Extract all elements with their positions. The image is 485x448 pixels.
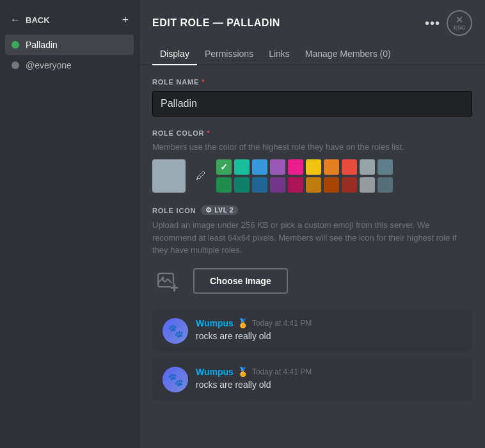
message-body-1: Wumpus 🏅 Today at 4:41 PM rocks are real… bbox=[196, 318, 312, 341]
add-role-button[interactable]: + bbox=[122, 14, 129, 26]
avatar-img-2: 🐾 bbox=[163, 367, 188, 392]
message-time-2: Today at 4:41 PM bbox=[252, 367, 312, 376]
content-area: ROLE NAME * ROLE COLOR * Members use the… bbox=[139, 65, 485, 448]
color-swatches bbox=[216, 159, 393, 193]
message-username-2: Wumpus bbox=[196, 367, 234, 377]
eyedropper-button[interactable]: 🖊 bbox=[192, 167, 210, 185]
avatar-1: 🐾 bbox=[163, 318, 188, 344]
role-icon-badge-1: 🏅 bbox=[237, 318, 248, 328]
message-username-1: Wumpus bbox=[196, 318, 234, 328]
everyone-label: @everyone bbox=[26, 60, 72, 70]
everyone-dot bbox=[12, 61, 19, 69]
icon-description: Upload an image under 256 KB or pick a c… bbox=[152, 219, 472, 257]
icon-upload-row: Choose Image bbox=[152, 266, 472, 296]
swatch-18[interactable] bbox=[360, 177, 375, 193]
message-text-2: rocks are really old bbox=[196, 380, 312, 390]
back-label: BACK bbox=[26, 15, 50, 25]
swatch-1[interactable] bbox=[234, 159, 250, 175]
header: EDIT ROLE — PALLADIN ••• ✕ ESC bbox=[139, 0, 485, 36]
swatch-12[interactable] bbox=[252, 177, 267, 193]
swatches-row-2 bbox=[216, 177, 393, 193]
role-color-label: ROLE COLOR * bbox=[152, 129, 472, 137]
role-name-input[interactable] bbox=[152, 91, 472, 116]
role-name-section: ROLE NAME * bbox=[152, 78, 472, 116]
message-header-2: Wumpus 🏅 Today at 4:41 PM bbox=[196, 367, 312, 377]
color-required-marker: * bbox=[207, 129, 210, 137]
tab-links[interactable]: Links bbox=[261, 44, 298, 65]
choose-image-button[interactable]: Choose Image bbox=[193, 268, 288, 294]
close-icon: ✕ bbox=[456, 15, 463, 24]
swatch-9[interactable] bbox=[378, 159, 393, 175]
palladin-dot bbox=[12, 41, 19, 49]
message-body-2: Wumpus 🏅 Today at 4:41 PM rocks are real… bbox=[196, 367, 312, 390]
role-icon-section: ROLE ICON ⚙ LVL 2 Upload an image under … bbox=[152, 205, 472, 296]
sidebar-item-everyone[interactable]: @everyone bbox=[5, 55, 134, 76]
swatch-8[interactable] bbox=[360, 159, 375, 175]
swatch-14[interactable] bbox=[288, 177, 303, 193]
required-marker: * bbox=[202, 78, 205, 86]
sidebar-item-palladin[interactable]: Palladin bbox=[5, 35, 134, 55]
palladin-label: Palladin bbox=[26, 40, 58, 50]
avatar-img-1: 🐾 bbox=[163, 318, 188, 344]
back-button[interactable]: ← BACK + bbox=[5, 10, 134, 29]
esc-label: ESC bbox=[454, 24, 466, 31]
swatch-11[interactable] bbox=[234, 177, 250, 193]
role-color-section: ROLE COLOR * Members use the color of th… bbox=[152, 129, 472, 193]
swatch-3[interactable] bbox=[270, 159, 285, 175]
tab-permissions[interactable]: Permissions bbox=[197, 44, 261, 65]
close-button[interactable]: ✕ ESC bbox=[447, 10, 472, 36]
role-icon-label: ROLE ICON ⚙ LVL 2 bbox=[152, 205, 472, 215]
page-title: EDIT ROLE — PALLADIN bbox=[152, 17, 280, 29]
tabs: Display Permissions Links Manage Members… bbox=[139, 36, 485, 65]
role-icon-badge-2: 🏅 bbox=[237, 367, 248, 377]
color-preview[interactable] bbox=[152, 159, 186, 193]
swatch-17[interactable] bbox=[342, 177, 357, 193]
message-time-1: Today at 4:41 PM bbox=[252, 319, 312, 328]
message-header-1: Wumpus 🏅 Today at 4:41 PM bbox=[196, 318, 312, 328]
role-name-label: ROLE NAME * bbox=[152, 78, 472, 86]
swatch-19[interactable] bbox=[378, 177, 393, 193]
preview-message-2: 🐾 Wumpus 🏅 Today at 4:41 PM rocks are re… bbox=[152, 358, 472, 401]
color-hint: Members use the color of the highest rol… bbox=[152, 142, 472, 152]
swatch-15[interactable] bbox=[306, 177, 321, 193]
swatch-6[interactable] bbox=[324, 159, 339, 175]
header-actions: ••• ✕ ESC bbox=[425, 10, 472, 36]
color-row: 🖊 bbox=[152, 159, 472, 193]
more-options-button[interactable]: ••• bbox=[425, 17, 440, 29]
tab-display[interactable]: Display bbox=[152, 44, 197, 65]
preview-message-1: 🐾 Wumpus 🏅 Today at 4:41 PM rocks are re… bbox=[152, 309, 472, 353]
message-text-1: rocks are really old bbox=[196, 331, 312, 341]
lvl-badge: ⚙ LVL 2 bbox=[201, 205, 238, 215]
upload-placeholder-icon bbox=[152, 266, 183, 296]
swatch-5[interactable] bbox=[306, 159, 321, 175]
swatch-16[interactable] bbox=[324, 177, 339, 193]
lvl-icon: ⚙ bbox=[205, 206, 212, 214]
swatch-13[interactable] bbox=[270, 177, 285, 193]
main-panel: EDIT ROLE — PALLADIN ••• ✕ ESC Display P… bbox=[139, 0, 485, 448]
back-arrow-icon: ← bbox=[10, 14, 20, 26]
swatches bbox=[216, 159, 393, 193]
swatch-2[interactable] bbox=[252, 159, 267, 175]
swatch-4[interactable] bbox=[288, 159, 303, 175]
tab-manage-members[interactable]: Manage Members (0) bbox=[298, 44, 399, 65]
swatch-7[interactable] bbox=[342, 159, 357, 175]
swatches-row-1 bbox=[216, 159, 393, 175]
swatch-0[interactable] bbox=[216, 159, 232, 175]
avatar-2: 🐾 bbox=[163, 367, 188, 392]
swatch-10[interactable] bbox=[216, 177, 232, 193]
sidebar: ← BACK + Palladin @everyone bbox=[0, 0, 139, 448]
